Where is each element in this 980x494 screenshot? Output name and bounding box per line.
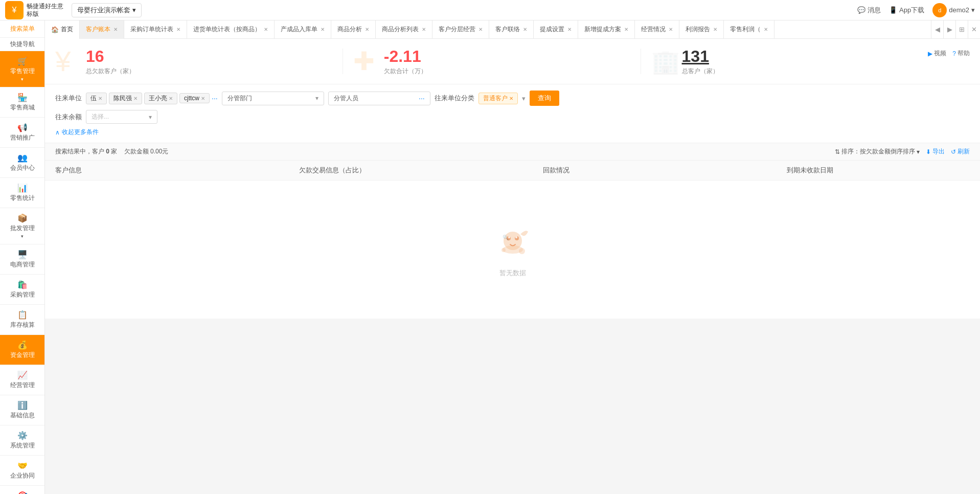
app-download-btn[interactable]: 📱 App下载 — [889, 6, 924, 15]
stat2-bg-icon: ✚ — [353, 47, 375, 76]
tab-close-btn[interactable]: ✕ — [264, 27, 268, 32]
sidebar-item-label: 电商管理 — [10, 260, 35, 269]
sidebar-item-ecommerce[interactable]: 🖥️ 电商管理 — [0, 244, 44, 275]
tag-close-wu[interactable]: ✕ — [98, 96, 102, 101]
business-icon: 📈 — [17, 370, 28, 380]
video-btn[interactable]: ▶ 视频 — [928, 49, 946, 58]
sidebar-item-label: 零售管理 — [10, 67, 35, 76]
collapse-btn[interactable]: ∧ 收起更多条件 — [55, 128, 970, 137]
stat-3: 🏢 131 总客户（家） — [651, 47, 928, 76]
tag-wang: 王小亮 ✕ — [144, 93, 177, 104]
stat-1: ¥ 16 总欠款客户（家） — [55, 47, 332, 76]
download-icon: 📱 — [889, 6, 897, 14]
message-btn[interactable]: 💬 消息 — [857, 6, 881, 15]
tab-home[interactable]: 🏠 首页 — [45, 20, 80, 39]
tab-product-analysis-list[interactable]: 商品分析列表 ✕ — [376, 20, 432, 39]
tag-cj: cjttcw ✕ — [179, 93, 210, 103]
export-btn[interactable]: ⬇ 导出 — [926, 147, 945, 156]
account-selector[interactable]: 母婴行业演示帐套 ▾ — [72, 3, 142, 17]
tab-product-analysis[interactable]: 商品分析 ✕ — [331, 20, 376, 39]
tab-business[interactable]: 经营情况 ✕ — [635, 20, 679, 39]
sidebar-item-system[interactable]: ⚙️ 系统管理 — [0, 425, 44, 456]
chevron-down-icon: ▾ — [132, 6, 136, 14]
person-select[interactable]: 分管人员 ··· — [328, 92, 430, 105]
top-bar: ¥ 畅捷通好生意 标版 母婴行业演示帐套 ▾ 💬 消息 📱 App下载 d de… — [0, 0, 980, 20]
tab-customer-contact[interactable]: 客户联络 ✕ — [489, 20, 534, 39]
tab-close-btn[interactable]: ✕ — [523, 27, 527, 32]
sidebar-item-retail-mgmt[interactable]: 🛒 零售管理 ▾ — [0, 51, 44, 87]
help-btn[interactable]: ? 帮助 — [952, 49, 970, 58]
chevron-down-icon: ▾ — [971, 6, 975, 14]
sidebar-item-marketing[interactable]: 📢 营销推广 — [0, 118, 44, 148]
filter-row-1: 往来单位 伍 ✕ 陈民强 ✕ — [55, 91, 970, 106]
more-tags-btn[interactable]: ··· — [212, 94, 218, 102]
tab-expand-btn[interactable]: ⊞ — [955, 20, 968, 39]
query-button[interactable]: 查询 — [530, 91, 559, 106]
refresh-btn[interactable]: ↺ 刷新 — [951, 147, 970, 156]
tab-nav-right[interactable]: ▶ — [943, 20, 955, 39]
tab-inbound-stats[interactable]: 进货单统计表（按商品） ✕ — [187, 20, 275, 39]
sidebar-item-label: 零售统计 — [10, 194, 35, 203]
sidebar-item-retail-mall[interactable]: 🏪 零售商城 — [0, 87, 44, 118]
tag-close-cj[interactable]: ✕ — [201, 96, 205, 101]
stat2-value: -2.11 — [384, 47, 427, 66]
sidebar-item-member-center[interactable]: 👥 会员中心 — [0, 148, 44, 178]
user-menu[interactable]: d demo2 ▾ — [932, 3, 975, 17]
tab-close-btn[interactable]: ✕ — [624, 27, 628, 32]
empty-state: 🔍 暂无数据 — [45, 181, 980, 319]
tag-close-chen[interactable]: ✕ — [133, 96, 138, 101]
tab-close-btn[interactable]: ✕ — [422, 27, 426, 32]
sidebar-item-inventory[interactable]: 📋 库存核算 — [0, 305, 44, 335]
tab-close-btn[interactable]: ✕ — [567, 27, 572, 32]
stat1-bg-icon: ¥ — [55, 45, 71, 78]
tab-close-btn[interactable]: ✕ — [478, 27, 483, 32]
batch-icon: 📦 — [17, 213, 28, 223]
sidebar-search[interactable]: 搜索菜单 — [0, 20, 44, 38]
tab-close-btn[interactable]: ✕ — [669, 27, 673, 32]
sort-btn[interactable]: ⇅ 排序：按欠款金额倒序排序 ▾ — [835, 147, 920, 156]
balance-filter-label: 往来余额 — [55, 113, 82, 122]
tab-retail-profit[interactable]: 零售利润（ ✕ — [724, 20, 774, 39]
sidebar-item-label: 基础信息 — [10, 411, 35, 420]
tab-close-btn[interactable]: ✕ — [176, 27, 180, 32]
sidebar-item-enterprise[interactable]: 🤝 企业协同 — [0, 456, 44, 486]
dept-select[interactable]: 分管部门 ▾ — [222, 92, 324, 105]
chevron-icon: ▾ — [21, 234, 24, 239]
tab-close-btn[interactable]: ✕ — [713, 27, 717, 32]
stat3-value[interactable]: 131 — [682, 47, 719, 66]
sidebar-item-batch-mgmt[interactable]: 📦 批发管理 ▾ — [0, 208, 44, 244]
tab-close-all-btn[interactable]: ✕ — [968, 20, 980, 39]
unit-tag-group: 伍 ✕ 陈民强 ✕ 王小亮 ✕ — [86, 93, 218, 104]
stat3-bg-icon: 🏢 — [651, 48, 680, 75]
category-select[interactable]: ▾ — [522, 95, 526, 102]
chevron-down-icon: ▾ — [149, 114, 152, 121]
tab-profit-report[interactable]: 利润报告 ✕ — [679, 20, 724, 39]
sidebar-quick-nav[interactable]: 快捷导航 — [0, 38, 44, 51]
sidebar-item-basic-info[interactable]: ℹ️ 基础信息 — [0, 395, 44, 425]
sidebar-item-finance[interactable]: 💰 资金管理 — [0, 335, 44, 365]
tag-close-wang[interactable]: ✕ — [169, 96, 173, 101]
tab-add-promotion[interactable]: 新增提成方案 ✕ — [578, 20, 635, 39]
sidebar-item-retail-stats[interactable]: 📊 零售统计 — [0, 178, 44, 208]
tab-customer-ops[interactable]: 客户分层经营 ✕ — [432, 20, 489, 39]
chevron-up-icon: ∧ — [55, 129, 60, 136]
tab-product-inbound[interactable]: 产成品入库单 ✕ — [275, 20, 331, 39]
tab-customer-accounts[interactable]: 客户账本 ✕ — [80, 20, 124, 39]
tab-close-btn[interactable]: ✕ — [365, 27, 369, 32]
balance-select[interactable]: 选择... ▾ — [86, 110, 157, 124]
tab-close-btn[interactable]: ✕ — [113, 27, 118, 32]
table-header: 客户信息 欠款交易信息（占比） 回款情况 到期未收款日期 — [45, 161, 980, 181]
tab-nav-left[interactable]: ◀ — [931, 20, 943, 39]
sidebar-item-business[interactable]: 📈 经营管理 — [0, 365, 44, 395]
sidebar: 搜索菜单 快捷导航 🛒 零售管理 ▾ 🏪 零售商城 📢 营销推广 👥 会员中心 … — [0, 20, 45, 494]
tab-purchase-order[interactable]: 采购订单统计表 ✕ — [124, 20, 187, 39]
tab-close-btn[interactable]: ✕ — [321, 27, 325, 32]
sidebar-item-purchase[interactable]: 🛍️ 采购管理 — [0, 275, 44, 305]
person-dots[interactable]: ··· — [419, 94, 425, 102]
col-header-repayment: 回款情况 — [543, 166, 787, 175]
tab-promotion-settings[interactable]: 提成设置 ✕ — [534, 20, 578, 39]
tag-close-category[interactable]: ✕ — [509, 96, 513, 101]
filter-section: 往来单位 伍 ✕ 陈民强 ✕ — [45, 84, 980, 143]
sidebar-item-guide[interactable]: 🎯 新手引导 — [0, 486, 44, 494]
tab-close-btn[interactable]: ✕ — [764, 27, 768, 32]
